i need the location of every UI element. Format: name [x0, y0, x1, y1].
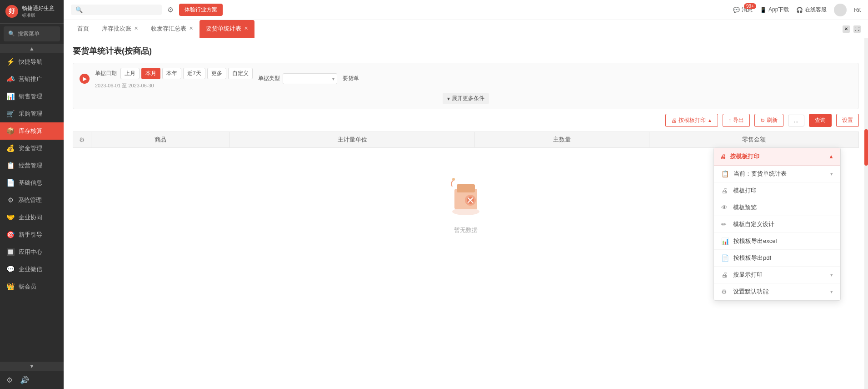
settings-btn-label: 设置 — [842, 116, 853, 124]
svg-point-7 — [452, 178, 455, 181]
sidebar-item-finance[interactable]: 💰 资金管理 — [0, 140, 64, 157]
username: Rit — [854, 7, 861, 13]
settings-btn[interactable]: 设置 — [836, 114, 859, 127]
date-btn-7days[interactable]: 近7天 — [183, 68, 205, 79]
messages-btn[interactable]: 💬 消息 99+ — [733, 6, 753, 14]
nav-label: 企业协同 — [19, 213, 42, 222]
messages-badge: 99+ — [744, 3, 756, 9]
date-btn-custom[interactable]: 自定义 — [228, 68, 253, 79]
sales-icon: 📊 — [6, 92, 15, 101]
table-settings-icon[interactable]: ⚙ — [79, 136, 85, 143]
marketing-icon: 📣 — [6, 75, 15, 83]
template-preview-label: 模板预览 — [733, 203, 757, 212]
sidebar-item-sales[interactable]: 📊 销售管理 — [0, 88, 64, 105]
refresh-btn-label: 刷新 — [767, 116, 778, 124]
sidebar-item-operations[interactable]: 📋 经营管理 — [0, 157, 64, 174]
tab-order-stats-close[interactable]: ✕ — [244, 25, 248, 31]
sidebar-item-member[interactable]: 👑 畅会员 — [0, 278, 64, 295]
date-filter-label: 单据日期 — [95, 70, 117, 77]
scroll-up-arrow[interactable]: ▲ — [0, 44, 64, 53]
display-print-item[interactable]: 🖨 按显示打印 ▾ — [714, 267, 840, 283]
right-scrollbar[interactable] — [864, 38, 868, 389]
sidebar-item-quick-nav[interactable]: ⚡ 快捷导航 — [0, 53, 64, 71]
export-btn[interactable]: ↑ 导出 — [723, 114, 750, 127]
sidebar-item-wechat[interactable]: 💬 企业微信 — [0, 261, 64, 278]
nav-label: 快捷导航 — [19, 58, 42, 66]
win-expand-btn[interactable]: ⛶ — [853, 25, 861, 33]
date-btn-this-year[interactable]: 本年 — [162, 68, 181, 79]
tabbar: 首页 库存批次账 ✕ 收发存汇总表 ✕ 要货单统计表 ✕ ✕ ⛶ — [64, 20, 868, 38]
online-service-btn[interactable]: 🎧 在线客服 — [796, 6, 827, 14]
sidebar-item-marketing[interactable]: 📣 营销推广 — [0, 71, 64, 88]
template-excel-item[interactable]: 📊 按模板导出excel — [714, 233, 840, 250]
col-retail: 零售金额 — [649, 132, 858, 148]
more-btn[interactable]: ... — [788, 115, 804, 126]
sidebar-item-system[interactable]: ⚙ 系统管理 — [0, 192, 64, 209]
tab-receipt-summary-label: 收发存汇总表 — [151, 25, 186, 33]
date-btn-this-month[interactable]: 本月 — [141, 68, 160, 79]
date-btn-last-month[interactable]: 上月 — [120, 68, 140, 79]
order-type-label: 单据类型 — [258, 75, 280, 82]
order-type-filter: 单据类型 — [258, 73, 337, 84]
order-type-select[interactable] — [283, 73, 337, 84]
template-pdf-label: 按模板导出pdf — [733, 254, 771, 262]
trial-btn[interactable]: 体验行业方案 — [179, 4, 223, 16]
print-dropdown: 🖨 按模板打印 ▲ 📋 当前：要货单统计表 ▾ 🖨 模板打印 👁 模板预览 — [713, 147, 841, 301]
set-default-item[interactable]: ⚙ 设置默认功能 ▾ — [714, 283, 840, 300]
settings-bottom-icon[interactable]: ⚙ — [6, 376, 13, 384]
tab-inventory-batch[interactable]: 库存批次账 ✕ — [95, 20, 145, 38]
more-btn-label: ... — [794, 117, 798, 124]
template-preview-item[interactable]: 👁 模板预览 — [714, 199, 840, 216]
date-btn-more[interactable]: 更多 — [207, 68, 226, 79]
print-header-icon: 🖨 — [720, 153, 726, 160]
print-template-btn[interactable]: 🖨 按模板打印 ▲ — [665, 114, 718, 127]
tab-receipt-summary[interactable]: 收发存汇总表 ✕ — [145, 20, 200, 38]
current-template-left: 📋 当前：要货单统计表 — [721, 170, 787, 178]
app-download-btn[interactable]: 📱 App下载 — [760, 6, 789, 14]
tab-home[interactable]: 首页 — [71, 20, 95, 38]
topbar-search-icon: 🔍 — [75, 6, 83, 13]
mobile-icon: 📱 — [760, 7, 767, 13]
tab-inventory-batch-label: 库存批次账 — [102, 25, 131, 33]
expand-more-btn[interactable]: ▾ 展开更多条件 — [443, 93, 489, 104]
purchase-icon: 🛒 — [6, 110, 15, 118]
tab-receipt-summary-close[interactable]: ✕ — [189, 25, 193, 31]
search-label: 搜索菜单 — [18, 30, 40, 38]
current-template-item[interactable]: 📋 当前：要货单统计表 ▾ — [714, 166, 840, 182]
win-close-btn[interactable]: ✕ — [843, 25, 850, 33]
date-buttons: 上月 本月 本年 近7天 更多 自定义 — [120, 68, 253, 79]
template-print-item[interactable]: 🖨 模板打印 — [714, 182, 840, 199]
filter-expand-arrow[interactable]: ▶ — [80, 74, 90, 84]
sidebar-item-basic[interactable]: 📄 基础信息 — [0, 174, 64, 192]
col-settings[interactable]: ⚙ — [73, 132, 91, 148]
tab-window-controls: ✕ ⛶ — [843, 25, 861, 33]
search-icon: 🔍 — [8, 30, 15, 37]
tab-inventory-batch-close[interactable]: ✕ — [134, 25, 138, 31]
action-bar: 🖨 按模板打印 ▲ ↑ 导出 ↻ 刷新 ... 查询 — [73, 114, 859, 127]
set-default-icon: ⚙ — [721, 288, 728, 295]
query-btn[interactable]: 查询 — [809, 114, 832, 127]
topbar: 🔍 ⚙ 体验行业方案 💬 消息 99+ 📱 App下载 🎧 在线客服 Rit — [64, 0, 868, 20]
sidebar-item-guide[interactable]: 🎯 新手引导 — [0, 226, 64, 243]
template-pdf-item[interactable]: 📄 按模板导出pdf — [714, 250, 840, 267]
nav-label: 企业微信 — [19, 265, 42, 273]
print-dropdown-header[interactable]: 🖨 按模板打印 ▲ — [714, 148, 840, 166]
sidebar-item-purchase[interactable]: 🛒 采购管理 — [0, 105, 64, 122]
topbar-gear-icon[interactable]: ⚙ — [167, 5, 174, 14]
tab-order-stats[interactable]: 要货单统计表 ✕ — [200, 20, 254, 38]
sidebar-item-appstore[interactable]: 🔲 应用中心 — [0, 243, 64, 261]
topbar-search-input[interactable] — [85, 7, 157, 13]
sidebar-item-inventory[interactable]: 📦 库存核算 — [0, 122, 64, 140]
display-print-arrow: ▾ — [830, 272, 833, 278]
sound-icon[interactable]: 🔊 — [20, 376, 29, 384]
tab-order-stats-label: 要货单统计表 — [206, 25, 241, 33]
sidebar-search[interactable]: 🔍 搜索菜单 — [4, 26, 60, 41]
avatar[interactable] — [834, 4, 847, 16]
scrollbar-thumb — [864, 129, 868, 166]
scroll-down-arrow[interactable]: ▼ — [0, 362, 64, 371]
refresh-btn[interactable]: ↻ 刷新 — [754, 114, 783, 127]
sidebar-item-collab[interactable]: 🤝 企业协同 — [0, 209, 64, 226]
template-design-item[interactable]: ✏ 模板自定义设计 — [714, 216, 840, 233]
current-template-arrow: ▾ — [830, 171, 833, 177]
export-btn-label: 导出 — [733, 116, 744, 124]
